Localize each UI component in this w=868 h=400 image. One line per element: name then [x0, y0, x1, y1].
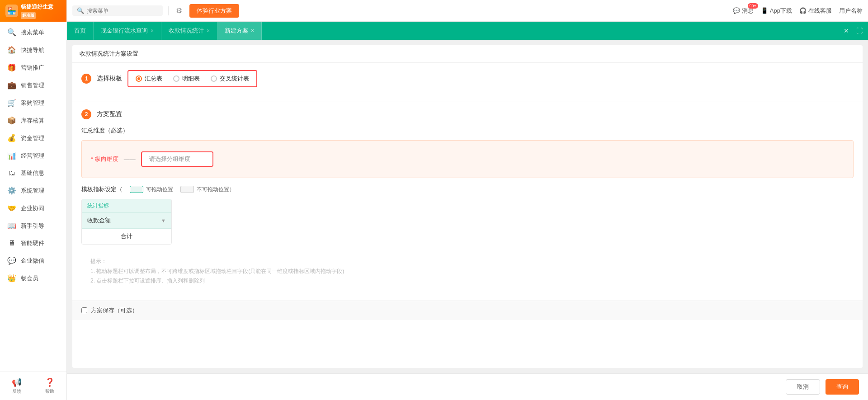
step2-num: 2: [81, 109, 91, 119]
radio-label-cross: 交叉统计表: [220, 75, 249, 83]
sidebar-item-cooperation[interactable]: 🤝 企业协同: [0, 199, 66, 217]
sidebar-item-marketing[interactable]: 🎁 营销推广: [0, 59, 66, 76]
tab-label-new-plan: 新建方案: [225, 27, 248, 35]
sidebar-item-wechat[interactable]: 💬 企业微信: [0, 252, 66, 269]
query-button[interactable]: 查询: [826, 379, 859, 395]
sidebar-item-guide[interactable]: 📖 新手引导: [0, 217, 66, 235]
tabbar-spacer: [262, 22, 838, 40]
sidebar-item-quicknav[interactable]: 🏠 快捷导航: [0, 41, 66, 59]
radio-label-summary: 汇总表: [145, 75, 162, 83]
sidebar-bottom-help[interactable]: ❓帮助: [43, 376, 57, 396]
sidebar-item-basic[interactable]: 🗂 基础信息: [0, 165, 66, 182]
basic-icon: 🗂: [7, 169, 16, 177]
page-header: 收款情况统计方案设置: [72, 45, 863, 63]
tab-label-receipts: 收款情况统计: [169, 27, 204, 35]
step2-label: 方案配置: [97, 110, 122, 118]
tab-close-receipts[interactable]: ×: [207, 28, 210, 34]
search-icon: 🔍: [7, 28, 16, 37]
main-area: 🔍 ⚙ 体验行业方案 💬 消息 99+ 📱 App下载 🎧 在线客服 用户名称 …: [67, 0, 868, 400]
sidebar-item-hardware[interactable]: 🖥 智能硬件: [0, 235, 66, 252]
sidebar-item-sales[interactable]: 💼 销售管理: [0, 76, 66, 94]
support-label: 在线客服: [808, 7, 832, 15]
sidebar-item-finance[interactable]: 💰 资金管理: [0, 129, 66, 147]
feedback-icon: 📢: [12, 377, 22, 387]
user-name[interactable]: 用户名称: [839, 7, 863, 15]
sidebar-item-search[interactable]: 🔍 搜索菜单: [0, 24, 66, 41]
sidebar-item-label-finance: 资金管理: [21, 134, 44, 142]
template-option-cross[interactable]: 交叉统计表: [211, 75, 249, 83]
radio-cross: [211, 75, 217, 82]
sidebar-item-label-system: 系统管理: [21, 187, 44, 195]
radio-detail: [173, 75, 179, 82]
footer-area: 方案保存（可选）: [72, 301, 863, 320]
sidebar-item-purchase[interactable]: 🛒 采购管理: [0, 94, 66, 112]
download-icon: 📱: [761, 7, 768, 14]
sidebar-item-operations[interactable]: 📊 经营管理: [0, 147, 66, 165]
sidebar-item-label-inventory: 库存核算: [21, 117, 44, 125]
metrics-cell-dropdown-icon[interactable]: ▼: [161, 218, 166, 223]
cancel-button[interactable]: 取消: [786, 379, 820, 395]
tab-receipts[interactable]: 收款情况统计×: [161, 22, 217, 40]
operations-icon: 📊: [7, 151, 16, 160]
radio-summary: [136, 75, 142, 82]
tab-cashflow[interactable]: 现金银行流水查询×: [94, 22, 161, 40]
sidebar-item-label-marketing: 营销推广: [21, 64, 44, 72]
save-plan-label: 方案保存（可选）: [91, 306, 138, 315]
tab-close-new-plan[interactable]: ×: [251, 28, 254, 34]
sidebar-item-label-basic: 基础信息: [21, 169, 44, 177]
guide-icon: 📖: [7, 221, 16, 230]
sidebar-item-label-cooperation: 企业协同: [21, 204, 44, 212]
tab-close-cashflow[interactable]: ×: [151, 28, 154, 34]
tabbar-close-btn[interactable]: ✕: [842, 25, 851, 36]
dimension-row-label: * 纵向维度: [91, 155, 118, 163]
search-input[interactable]: [87, 8, 150, 14]
tab-home[interactable]: 首页: [67, 22, 94, 40]
app-name: 畅捷通好生意: [21, 3, 53, 11]
sidebar-item-label-member: 畅会员: [21, 274, 38, 282]
marketing-icon: 🎁: [7, 63, 16, 72]
tips-title: 提示：: [90, 257, 844, 267]
topbar-search-box[interactable]: 🔍: [72, 5, 163, 16]
step1-num: 1: [81, 74, 91, 84]
trial-btn[interactable]: 体验行业方案: [189, 4, 239, 18]
hint-drag: 可拖动位置: [130, 186, 173, 193]
sidebar-bottom-label-feedback: 反馈: [12, 388, 21, 395]
sidebar-item-member[interactable]: 👑 畅会员: [0, 269, 66, 287]
dimension-area: * 纵向维度 —— 请选择分组维度: [81, 140, 854, 178]
template-option-detail[interactable]: 明细表: [173, 75, 200, 83]
message-btn[interactable]: 💬 消息 99+: [733, 7, 754, 15]
search-icon: 🔍: [77, 7, 84, 14]
save-plan-checkbox[interactable]: [81, 307, 87, 313]
download-btn[interactable]: 📱 App下载: [761, 7, 792, 15]
topbar: 🔍 ⚙ 体验行业方案 💬 消息 99+ 📱 App下载 🎧 在线客服 用户名称: [67, 0, 868, 22]
metrics-hint: 模板指标设定（ 可拖动位置 不可拖动位置）: [81, 185, 854, 193]
download-label: App下载: [770, 7, 792, 15]
dimension-select-btn[interactable]: 请选择分组维度: [141, 151, 213, 167]
logo-icon: 🏪: [5, 5, 18, 17]
sidebar: 🏪 畅捷通好生意 标准版 🔍 搜索菜单 🏠 快捷导航 🎁 营销推广 💼 销售管理…: [0, 0, 67, 400]
support-btn[interactable]: 🎧 在线客服: [799, 7, 832, 15]
metrics-cell[interactable]: 收款金额 ▼: [82, 213, 171, 229]
cooperation-icon: 🤝: [7, 204, 16, 212]
message-icon: 💬: [733, 7, 740, 14]
hardware-icon: 🖥: [7, 239, 16, 247]
inventory-icon: 📦: [7, 116, 16, 125]
template-options: 汇总表 明细表 交叉统计表: [127, 70, 257, 87]
sidebar-item-system[interactable]: ⚙️ 系统管理: [0, 182, 66, 199]
page-title: 收款情况统计方案设置: [80, 50, 138, 57]
step1-label: 选择模板: [97, 75, 122, 83]
sidebar-bottom-feedback[interactable]: 📢反馈: [10, 376, 24, 396]
member-icon: 👑: [7, 274, 16, 282]
dimension-row: * 纵向维度 —— 请选择分组维度: [91, 151, 844, 167]
settings-icon[interactable]: ⚙: [174, 5, 184, 17]
support-icon: 🎧: [799, 7, 807, 14]
tabbar-maximize-btn[interactable]: ⛶: [854, 25, 864, 36]
template-option-summary[interactable]: 汇总表: [136, 75, 162, 83]
tips-line: 2. 点击标题栏下拉可设置排序、插入列和删除列: [90, 276, 844, 286]
sidebar-bottom: 📢反馈❓帮助: [0, 372, 66, 400]
tab-new-plan[interactable]: 新建方案×: [217, 22, 262, 40]
topbar-actions: 💬 消息 99+ 📱 App下载 🎧 在线客服 用户名称: [733, 7, 863, 15]
step2-row: 2 方案配置: [81, 109, 854, 119]
sidebar-item-inventory[interactable]: 📦 库存核算: [0, 112, 66, 129]
tabbar-controls: ✕ ⛶: [838, 22, 868, 40]
